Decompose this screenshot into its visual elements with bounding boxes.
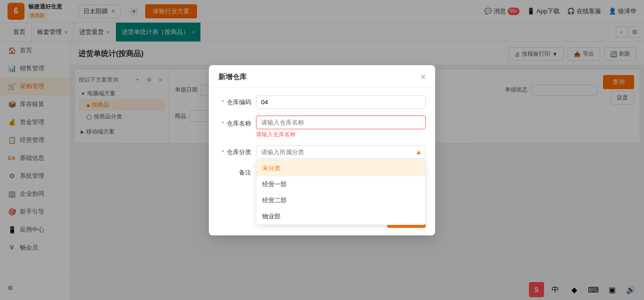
name-error-msg: 请输入仓库名称 <box>256 131 296 139</box>
category-input-wrap: ▲ 未分类 经营一部 经营二部 物业部 <box>256 145 426 159</box>
code-label: * 仓库编码 <box>218 95 251 107</box>
form-row-code: * 仓库编码 <box>218 95 426 109</box>
category-label: * 仓库分类 <box>218 145 251 157</box>
form-row-category: * 仓库分类 ▲ 未分类 经营一部 经营二部 物业部 <box>218 145 426 159</box>
dialog-close-btn[interactable]: × <box>421 73 426 81</box>
new-warehouse-dialog: 新增仓库 × * 仓库编码 * 仓库名称 <box>209 65 435 235</box>
category-toggle-btn[interactable]: ▲ <box>415 148 422 156</box>
category-dropdown: 未分类 经营一部 经营二部 物业部 <box>256 160 426 225</box>
code-input[interactable] <box>256 95 426 109</box>
dropdown-item-1[interactable]: 经营一部 <box>256 176 425 192</box>
note-label: 备注 <box>218 166 251 177</box>
dropdown-item-3[interactable]: 物业部 <box>256 208 425 225</box>
modal-overlay: 新增仓库 × * 仓库编码 * 仓库名称 <box>0 0 644 300</box>
dropdown-item-0[interactable]: 未分类 <box>256 160 425 176</box>
name-input[interactable] <box>256 116 426 129</box>
dialog-title: 新增仓库 <box>218 73 247 82</box>
dialog-body: * 仓库编码 * 仓库名称 请输入仓库名称 <box>209 88 435 208</box>
dropdown-item-2[interactable]: 经营二部 <box>256 192 425 208</box>
category-input[interactable] <box>256 145 426 159</box>
name-label: * 仓库名称 <box>218 117 251 128</box>
dialog-header: 新增仓库 × <box>209 65 435 88</box>
form-row-name: * 仓库名称 请输入仓库名称 <box>218 116 426 139</box>
